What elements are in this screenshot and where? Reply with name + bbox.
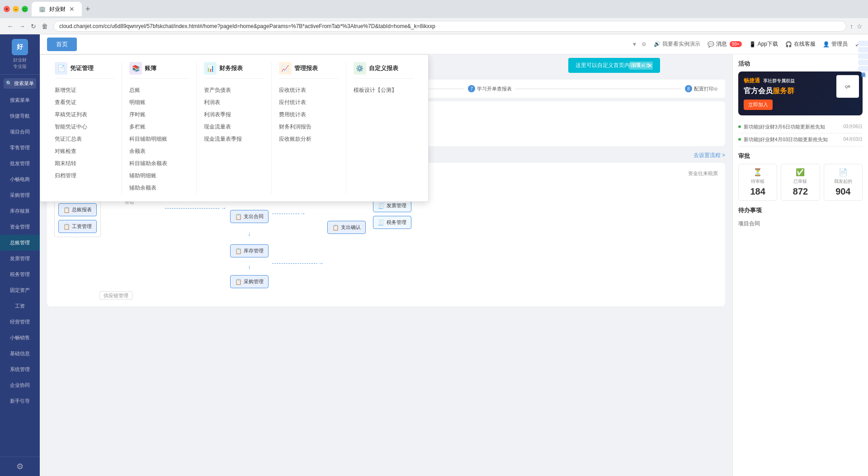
menu-item-1-1[interactable]: 明细账 bbox=[129, 96, 189, 109]
refresh-button[interactable]: ↻ bbox=[29, 22, 38, 31]
menu-item-1-3[interactable]: 多栏账 bbox=[129, 121, 189, 133]
menu-item-0-2[interactable]: 草稿凭证列表 bbox=[55, 109, 114, 121]
ledger-report-box[interactable]: 📋 总账报表 bbox=[58, 203, 97, 216]
approval-card-1[interactable]: ✅ 已审核 872 bbox=[781, 164, 820, 201]
address-bar: ← → ↻ 🗑 cloud.chanjet.com/cc/u6d89qwnrye… bbox=[0, 18, 868, 34]
approval-num-0: 184 bbox=[742, 186, 773, 197]
sidebar-item-16[interactable]: 基础信息 bbox=[0, 346, 40, 362]
news-date-1: 04月03日 bbox=[844, 136, 863, 143]
maximize-button[interactable]: □ bbox=[22, 6, 28, 12]
menu-section-title-3: 管理报表 bbox=[294, 64, 318, 72]
home-tab[interactable]: 首页 bbox=[47, 38, 77, 51]
sidebar-item-1[interactable]: 快捷导航 bbox=[0, 108, 40, 124]
menu-item-1-2[interactable]: 序时账 bbox=[129, 109, 189, 121]
menu-item-0-1[interactable]: 查看凭证 bbox=[55, 96, 114, 109]
expense-confirm-box[interactable]: 📋 支出确认 bbox=[327, 221, 366, 234]
menu-item-0-7[interactable]: 归档管理 bbox=[55, 170, 114, 182]
addr-icons: ↑ ☆ bbox=[850, 23, 863, 30]
menu-section-1: 📚 账簿 总账明细账序时账多栏账科目辅助明细账余额表科目辅助余额表辅助明细账辅助… bbox=[122, 62, 197, 194]
menu-item-3-3[interactable]: 财务利润报告 bbox=[279, 121, 339, 133]
side-shortcut-4[interactable]: 桌面快捷 bbox=[858, 66, 868, 71]
approval-card-0[interactable]: ⏳ 待审核 184 bbox=[738, 164, 777, 201]
url-bar[interactable]: cloud.chanjet.com/cc/u6d89qwnryel/57bfsk… bbox=[53, 21, 846, 32]
approval-card-2[interactable]: 📄 我发起的 904 bbox=[824, 164, 863, 201]
menu-section-0: 📄 凭证管理 新增凭证查看凭证草稿凭证列表智能凭证中心凭证汇总表对账检查期末结转… bbox=[47, 62, 122, 194]
active-tab[interactable]: 🏢 好业财 ✕ bbox=[32, 2, 82, 16]
side-shortcut-3[interactable]: 服务社区 bbox=[858, 60, 868, 65]
tax-mgmt-box[interactable]: 🧾 税务管理 bbox=[373, 216, 411, 229]
menu-item-4-0[interactable]: 模板设计【公测】 bbox=[354, 84, 414, 96]
app-download-button[interactable]: 📱 App下载 bbox=[749, 40, 778, 48]
menu-item-1-0[interactable]: 总账 bbox=[129, 84, 189, 96]
sidebar-item-14[interactable]: 经营管理 bbox=[0, 314, 40, 330]
menu-item-0-0[interactable]: 新增凭证 bbox=[55, 84, 114, 96]
sidebar-item-3[interactable]: 零售管理 bbox=[0, 140, 40, 156]
sidebar-item-17[interactable]: 系统管理 bbox=[0, 362, 40, 377]
homepage-settings-link[interactable]: 首页设置 bbox=[629, 62, 653, 70]
star-icon[interactable]: ☆ bbox=[857, 23, 863, 30]
menu-item-0-3[interactable]: 智能凭证中心 bbox=[55, 121, 114, 133]
sidebar-item-5[interactable]: 小畅电商 bbox=[0, 171, 40, 187]
join-button[interactable]: 立即加入 bbox=[744, 100, 773, 110]
user-menu[interactable]: 👤 管理员 bbox=[823, 40, 848, 48]
forward-button[interactable]: → bbox=[17, 22, 27, 31]
menu-item-1-6[interactable]: 科目辅助余额表 bbox=[129, 157, 189, 170]
settings-button[interactable]: ⚙ bbox=[16, 462, 24, 471]
todo-title: 待办事项 bbox=[738, 206, 863, 214]
menu-item-0-6[interactable]: 期末结转 bbox=[55, 157, 114, 170]
window-controls: × – □ bbox=[4, 6, 28, 12]
menu-item-3-2[interactable]: 费用统计表 bbox=[279, 109, 339, 121]
sidebar-item-8[interactable]: 资金管理 bbox=[0, 219, 40, 235]
sidebar-search-button[interactable]: 🔍 搜索菜单 bbox=[4, 78, 36, 89]
menu-item-3-4[interactable]: 应收账款分析 bbox=[279, 133, 339, 145]
new-tab-button[interactable]: + bbox=[84, 5, 92, 14]
side-shortcuts: 首页设置帮助中心客服热线服务社区桌面快捷 bbox=[858, 54, 868, 71]
back-button[interactable]: ← bbox=[5, 22, 15, 31]
online-service-button[interactable]: 🎧 在线客服 bbox=[785, 40, 816, 48]
sidebar-item-9[interactable]: 总账管理 bbox=[0, 235, 40, 251]
sidebar-item-19[interactable]: 新手引导 bbox=[0, 393, 40, 409]
delete-button[interactable]: 🗑 bbox=[40, 22, 50, 31]
minimize-button[interactable]: – bbox=[13, 6, 19, 12]
sidebar-item-0[interactable]: 搜索菜单 bbox=[0, 92, 40, 108]
menu-item-2-1[interactable]: 利润表 bbox=[204, 96, 264, 109]
sidebar-item-12[interactable]: 固定资产 bbox=[0, 282, 40, 298]
purchase-management-box[interactable]: 📋 采购管理 bbox=[230, 275, 269, 288]
sidebar-item-7[interactable]: 库存核算 bbox=[0, 203, 40, 219]
sidebar-item-6[interactable]: 采购管理 bbox=[0, 187, 40, 203]
step-item-2[interactable]: 7学习开单查报表 bbox=[468, 85, 512, 92]
menu-item-2-2[interactable]: 利润表季报 bbox=[204, 109, 264, 121]
side-shortcut-2[interactable]: 客服热线 bbox=[858, 54, 868, 59]
menu-item-0-4[interactable]: 凭证汇总表 bbox=[55, 133, 114, 145]
menu-item-1-4[interactable]: 科目辅助明细账 bbox=[129, 133, 189, 145]
logo-text: 好业财 bbox=[5, 57, 35, 63]
tab-close-icon[interactable]: ✕ bbox=[69, 5, 75, 13]
message-button[interactable]: 💬 消息 99+ bbox=[708, 40, 742, 48]
expense-contract-box[interactable]: 📋 支出合同 bbox=[230, 210, 269, 223]
menu-item-2-0[interactable]: 资产负债表 bbox=[204, 84, 264, 96]
demo-link[interactable]: 🔊 我要看实例演示 bbox=[654, 40, 700, 48]
sidebar-item-18[interactable]: 企业协同 bbox=[0, 377, 40, 393]
sidebar-item-15[interactable]: 小畅销售 bbox=[0, 330, 40, 346]
sidebar-item-10[interactable]: 发票管理 bbox=[0, 251, 40, 267]
sidebar-item-4[interactable]: 批发管理 bbox=[0, 156, 40, 171]
menu-item-2-4[interactable]: 现金流量表季报 bbox=[204, 133, 264, 145]
inventory-management-box[interactable]: 📋 库存管理 bbox=[230, 244, 269, 257]
news-item-0[interactable]: 新功能|好业财3月6日功能更新抢先知 03月06日 bbox=[738, 121, 863, 133]
sidebar-item-13[interactable]: 工资 bbox=[0, 298, 40, 314]
news-item-1[interactable]: 新功能|好业财4月03日功能更新抢先知 04月03日 bbox=[738, 133, 863, 146]
menu-item-2-3[interactable]: 现金流量表 bbox=[204, 121, 264, 133]
menu-item-1-8[interactable]: 辅助余额表 bbox=[129, 182, 189, 194]
menu-item-3-0[interactable]: 应收统计表 bbox=[279, 84, 339, 96]
payroll-management-box[interactable]: 📋 工资管理 bbox=[58, 220, 97, 233]
close-button[interactable]: × bbox=[4, 6, 10, 12]
menu-item-0-5[interactable]: 对账检查 bbox=[55, 145, 114, 157]
menu-item-1-7[interactable]: 辅助明细账 bbox=[129, 170, 189, 182]
sidebar-logo: 好 好业财 专业版 bbox=[0, 34, 40, 75]
sidebar-item-11[interactable]: 税务管理 bbox=[0, 267, 40, 282]
step-item-3[interactable]: 8配置打印⊙ bbox=[685, 85, 718, 92]
menu-item-1-5[interactable]: 余额表 bbox=[129, 145, 189, 157]
menu-item-3-1[interactable]: 应付统计表 bbox=[279, 96, 339, 109]
todo-item[interactable]: 项目合同 bbox=[738, 218, 863, 229]
sidebar-item-2[interactable]: 项目合同 bbox=[0, 124, 40, 140]
